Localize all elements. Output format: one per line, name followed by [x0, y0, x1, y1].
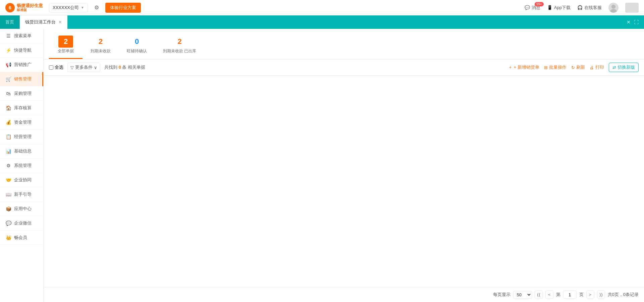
sidebar-item-quick-nav[interactable]: ⚡ 快捷导航: [0, 43, 43, 58]
sidebar-item-search[interactable]: ☰ 搜索菜单: [0, 29, 43, 43]
basic-info-icon: 📊: [5, 148, 11, 154]
company-selector[interactable]: XXXXXX公司 ▼: [49, 3, 88, 12]
sidebar-item-label-enterprise: 企业协同: [14, 177, 32, 183]
stat-num-box-overdue: 2: [93, 36, 108, 48]
sidebar-item-label-finance: 资金管理: [14, 119, 32, 125]
tab-home[interactable]: 首页: [0, 15, 20, 29]
stat-tab-shipped[interactable]: 2 到期未收款 已出库: [155, 33, 204, 59]
found-prefix: 共找到: [104, 65, 117, 70]
switch-label: 切换新版: [618, 64, 635, 70]
sidebar-item-basic-info[interactable]: 📊 基础信息: [0, 144, 43, 159]
sidebar-item-enterprise[interactable]: 🤝 企业协同: [0, 173, 43, 187]
prev-page-button[interactable]: ＜: [545, 291, 553, 299]
next-page-button[interactable]: ＞: [586, 291, 594, 299]
stat-tab-all[interactable]: 2 全部单据: [49, 33, 83, 59]
wechat-icon: 💬: [5, 221, 11, 226]
found-count: 0: [119, 65, 121, 70]
avatar[interactable]: [608, 3, 619, 13]
refresh-icon: ↻: [571, 65, 575, 70]
per-page-label: 每页显示: [493, 292, 511, 298]
sidebar-item-operation[interactable]: 📋 经营管理: [0, 130, 43, 144]
pagination-bar: 每页显示 50 100 200 ⟨⟨ ＜ 第 页 ＞ ⟩⟩ 共0页，0条记录: [44, 287, 644, 302]
message-action[interactable]: 💬 消息 99+: [525, 5, 540, 11]
print-button[interactable]: 🖨 打印: [590, 64, 604, 70]
print-icon: 🖨: [590, 65, 594, 70]
system-icon: ⚙: [5, 163, 11, 168]
sidebar-item-sales[interactable]: 🛒 销售管理: [0, 72, 43, 86]
sidebar-item-label-basic: 基础信息: [14, 148, 32, 154]
batch-operations-button[interactable]: ⊞ 批量操作: [544, 64, 567, 70]
tab-home-label: 首页: [5, 19, 14, 25]
app-download-icon: 📱: [547, 5, 552, 10]
tab-close-icon[interactable]: ✕: [58, 20, 62, 24]
user-menu[interactable]: [625, 3, 639, 13]
tab-work-bench-label: 钱货日清工作台: [25, 19, 56, 25]
sidebar-item-label-inventory: 库存核算: [14, 105, 32, 111]
filter-button[interactable]: ▽ 更多条件 ∨: [67, 63, 100, 72]
sidebar-item-marketing[interactable]: 📢 营销推广: [0, 58, 43, 72]
svg-point-0: [611, 5, 615, 9]
stat-label-pending: 旺辅待确认: [127, 48, 147, 54]
svg-point-1: [610, 9, 617, 13]
tab-work-bench[interactable]: 钱货日清工作台 ✕: [20, 15, 67, 29]
sidebar-item-system[interactable]: ⚙ 系统管理: [0, 159, 43, 173]
online-service-action[interactable]: 🎧 在线客服: [577, 5, 602, 11]
sidebar-item-finance[interactable]: 💰 资金管理: [0, 115, 43, 130]
sidebar-item-inventory[interactable]: 🏠 库存核算: [0, 101, 43, 115]
sidebar-item-label-operation: 经营管理: [14, 134, 32, 140]
switch-icon: ⇄: [612, 65, 616, 70]
sidebar-item-label-marketing: 营销推广: [14, 62, 32, 68]
close-tab-btn[interactable]: ✕: [627, 19, 631, 25]
refresh-button[interactable]: ↻ 刷新: [571, 64, 585, 70]
vip-icon: 👑: [5, 235, 11, 240]
settings-button[interactable]: ⚙: [91, 2, 102, 13]
last-page-button[interactable]: ⟩⟩: [597, 291, 605, 299]
sidebar-item-label-quick: 快捷导航: [14, 47, 32, 53]
stat-label-overdue: 到期未收款: [91, 48, 111, 54]
page-suffix: 页: [579, 292, 584, 298]
chevron-down-icon: ▼: [81, 6, 84, 9]
stat-tab-overdue[interactable]: 2 到期未收款: [83, 33, 119, 59]
stat-label-shipped: 到期未收款 已出库: [163, 48, 196, 54]
sidebar-item-label-guide: 新手引导: [14, 191, 32, 197]
add-sales-order-button[interactable]: ＋ + 新增销货单: [508, 64, 539, 70]
stat-label-all: 全部单据: [58, 48, 74, 54]
apps-icon: 📦: [5, 206, 11, 212]
per-page-select[interactable]: 50 100 200: [513, 291, 532, 299]
add-label: + 新增销货单: [514, 64, 539, 70]
sidebar-item-guide[interactable]: 📖 新手引导: [0, 187, 43, 202]
stat-tab-pending[interactable]: 0 旺辅待确认: [119, 33, 155, 59]
sidebar-item-wechat[interactable]: 💬 企业微信: [0, 216, 43, 231]
sidebar-item-label-purchase: 采购管理: [14, 90, 32, 97]
sidebar-item-vip[interactable]: 👑 畅会员: [0, 231, 43, 245]
search-menu-icon: ☰: [5, 33, 11, 39]
sidebar-item-label-search: 搜索菜单: [14, 33, 32, 39]
sidebar-item-apps[interactable]: 📦 应用中心: [0, 202, 43, 216]
content-area: 2 全部单据 2 到期未收款 0 旺辅待确认 2 到期未收款 已出: [44, 29, 644, 302]
switch-new-version-button[interactable]: ⇄ 切换新版: [609, 63, 639, 72]
top-header: 6 畅捷通好生意 标准版 XXXXXX公司 ▼ ⚙ 体验行业方案 💬 消息 99…: [0, 0, 644, 15]
stat-num-all: 2: [64, 37, 68, 46]
expand-tab-btn[interactable]: ⛶: [634, 19, 639, 25]
select-all-checkbox[interactable]: 全选: [49, 64, 63, 70]
guide-icon: 📖: [5, 192, 11, 197]
select-all-label: 全选: [55, 64, 63, 70]
logo-icon: 6: [5, 3, 15, 12]
trial-button[interactable]: 体验行业方案: [105, 3, 141, 13]
logo: 6 畅捷通好生意 标准版: [5, 3, 49, 12]
logo-main-text: 畅捷通好生意: [17, 3, 43, 8]
first-page-button[interactable]: ⟨⟨: [535, 291, 543, 299]
app-download-label: App下载: [554, 5, 571, 11]
sidebar: ☰ 搜索菜单 ⚡ 快捷导航 📢 营销推广 🛒 销售管理 🛍 采购管理 🏠 库存核…: [0, 29, 44, 302]
found-suffix: 条 相关单据: [122, 65, 145, 70]
app-download-action[interactable]: 📱 App下载: [547, 5, 571, 11]
sidebar-item-label-system: 系统管理: [14, 163, 32, 169]
logo-sub-text: 标准版: [17, 8, 43, 12]
sidebar-item-purchase[interactable]: 🛍 采购管理: [0, 86, 43, 101]
page-number-input[interactable]: [563, 291, 577, 299]
select-all-input[interactable]: [49, 65, 53, 70]
message-badge: 99+: [535, 2, 544, 6]
sales-icon: 🛒: [5, 76, 11, 82]
filter-label: 更多条件: [75, 64, 93, 70]
finance-icon: 💰: [5, 120, 11, 125]
